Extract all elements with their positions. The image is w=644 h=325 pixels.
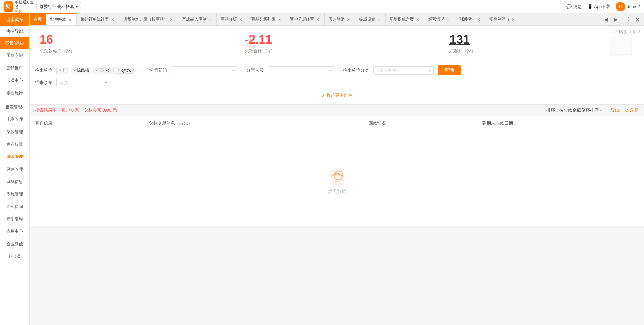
- stat-label-debt: 欠款合计（万）: [245, 48, 275, 54]
- tab-retail-profit[interactable]: 零售利润（ ✕: [485, 13, 520, 26]
- stat-label-total-customers: 总客户（家）: [449, 48, 476, 54]
- sidebar: 搜索菜单 快捷导航 零售管理 ▾ 零售商城 营销推广 会员中心 零售统计 批发管…: [0, 13, 30, 325]
- tag-close-wu[interactable]: ✕: [59, 68, 62, 73]
- tab-close-product-analysis-list[interactable]: ✕: [277, 17, 282, 22]
- sidebar-item-inventory[interactable]: 库存核算: [0, 138, 29, 151]
- tab-close-product-warehouse[interactable]: ✕: [208, 17, 212, 22]
- tab-close-purchase-order-stats[interactable]: ✕: [110, 17, 115, 22]
- tag-close-cj[interactable]: ✕: [117, 68, 120, 73]
- app-download-btn[interactable]: 📱 App下载: [587, 4, 610, 10]
- message-icon: 💬: [566, 4, 572, 9]
- tab-home[interactable]: 首页: [30, 13, 46, 26]
- sidebar-item-marketing[interactable]: 营销推广: [0, 62, 29, 74]
- sidebar-item-purchase[interactable]: 采购管理: [0, 126, 29, 138]
- sidebar-item-member[interactable]: 畅会员: [0, 250, 29, 263]
- sidebar-item-enterprise[interactable]: 企业协同: [0, 201, 29, 213]
- tab-scroll-left[interactable]: ◀: [602, 16, 610, 23]
- stat-card-customers: ¥ 16 总欠款客户（家）: [30, 26, 234, 61]
- tab-scroll-right[interactable]: ▶: [612, 16, 620, 23]
- sidebar-item-basic-info[interactable]: 基础信息: [0, 176, 29, 188]
- tab-maximize[interactable]: ⛶: [622, 16, 631, 23]
- tab-close-new-raise-plan[interactable]: ✕: [415, 17, 420, 22]
- sort-select[interactable]: 排序：按欠款金额倒序排序 ▾: [546, 107, 602, 113]
- org-selector[interactable]: 母婴行业演示帐套 ▾: [36, 2, 81, 11]
- tab-raise-settings[interactable]: 提成设置 ✕: [355, 13, 386, 26]
- filter-row-1: 往来单位 ✕ 伍 ✕ 陈民强 ✕ 王小亮: [35, 65, 639, 75]
- tab-product-warehouse[interactable]: 产成品入库单 ✕: [178, 13, 217, 26]
- tab-close-customer-tier[interactable]: ✕: [315, 17, 320, 22]
- sidebar-divider-1: [0, 100, 29, 100]
- sidebar-item-enterprise-wechat[interactable]: 企业微信: [0, 238, 29, 250]
- col-due-date: 到期未收款日期: [477, 116, 644, 131]
- sidebar-quick-nav[interactable]: 快捷导航: [0, 26, 29, 37]
- dept-filter-label: 分管部门: [149, 67, 167, 73]
- tab-close-retail-profit[interactable]: ✕: [511, 17, 516, 22]
- tab-customer-contact[interactable]: 客户联络 ✕: [325, 13, 355, 26]
- col-repayment: 回款情况: [363, 116, 477, 131]
- message-btn[interactable]: 💬 消息: [566, 4, 582, 10]
- tab-customer-account[interactable]: 客户账本 ✕: [46, 13, 77, 26]
- dept-dots: ···: [228, 68, 232, 73]
- tab-purchase-stats-by-product[interactable]: 进货单统计表（按商品） ✕: [119, 13, 178, 26]
- tag-close-chen[interactable]: ✕: [73, 68, 76, 73]
- filter-row-2: 往来余额 选择... ▾: [35, 78, 639, 87]
- stat-card-total-customers: ⬜ 131 总客户（家） ▷ 视频 ? 帮助: [439, 26, 644, 61]
- tab-close-product-analysis[interactable]: ✕: [238, 17, 243, 22]
- balance-filter-select[interactable]: 选择... ▾: [56, 78, 110, 87]
- tab-close-raise-settings[interactable]: ✕: [377, 17, 381, 22]
- result-amount: 0.00: [103, 108, 111, 113]
- help-btn[interactable]: ? 帮助: [629, 29, 641, 35]
- tab-close-purchase-stats-by-product[interactable]: ✕: [169, 17, 174, 22]
- more-tags-btn[interactable]: ...: [135, 67, 141, 74]
- tab-product-analysis[interactable]: 商品分析 ✕: [217, 13, 247, 26]
- top-bar: 财 畅捷通好生意 标版 母婴行业演示帐套 ▾ 💬 消息 📱 App下载 D de…: [0, 0, 644, 13]
- sidebar-item-member-center[interactable]: 会员中心: [0, 74, 29, 87]
- tab-customer-tier[interactable]: 客户分层经营 ✕: [286, 13, 325, 26]
- export-icon: ↑: [607, 108, 610, 113]
- sidebar-item-capital[interactable]: 资金管理: [0, 151, 29, 163]
- user-area[interactable]: D demo2: [616, 2, 640, 11]
- sidebar-item-batch-manage[interactable]: 批发管理 ▾: [0, 101, 29, 113]
- filter-tag-wang: ✕ 王小亮: [93, 67, 114, 74]
- chevron-down-icon: ▾: [23, 41, 24, 45]
- tab-profit-report[interactable]: 利润报告 ✕: [455, 13, 485, 26]
- tab-more[interactable]: ✕: [634, 16, 641, 23]
- sidebar-item-retail-manage[interactable]: 零售管理 ▾: [0, 37, 29, 49]
- sidebar-item-retail-mall[interactable]: 零售商城: [0, 49, 29, 62]
- sidebar-search[interactable]: 搜索菜单: [0, 13, 29, 26]
- tab-purchase-order-stats[interactable]: 采购订单统计表 ✕: [77, 13, 119, 26]
- export-btn[interactable]: ↑ 导出: [607, 107, 620, 113]
- query-button[interactable]: 查询: [438, 65, 461, 75]
- refresh-btn[interactable]: ↺ 刷新: [625, 107, 639, 113]
- sidebar-item-operation[interactable]: 经营管理: [0, 163, 29, 176]
- sidebar-item-app-center[interactable]: 应用中心: [0, 225, 29, 238]
- search-actions: 排序：按欠款金额倒序排序 ▾ ↑ 导出 ↺ 刷新: [546, 107, 639, 113]
- chevron-down-icon-dept: ▾: [233, 68, 235, 73]
- filter-tag-normal: 普通客户 ✕: [376, 68, 396, 73]
- main-layout: 搜索菜单 快捷导航 零售管理 ▾ 零售商城 营销推广 会员中心 零售统计 批发管…: [0, 13, 644, 325]
- sidebar-item-ecommerce[interactable]: 电商管理: [0, 113, 29, 126]
- stat-value-debt: -2.11: [245, 32, 272, 47]
- sidebar-item-newbie[interactable]: 新手引导: [0, 213, 29, 225]
- category-filter-select[interactable]: 普通客户 ✕ ▾: [373, 66, 434, 75]
- empty-text: 暂无数据: [328, 189, 346, 195]
- tab-close-customer-account[interactable]: ✕: [68, 17, 72, 22]
- svg-point-3: [338, 174, 340, 176]
- tab-new-raise-plan[interactable]: 新增提成方案 ✕: [386, 13, 424, 26]
- logo-text: 畅捷通好生意 标版: [15, 0, 34, 13]
- dept-filter-select[interactable]: ··· ▾: [171, 66, 238, 74]
- tag-close-normal[interactable]: ✕: [393, 68, 396, 73]
- tab-operation-status[interactable]: 经营情况 ✕: [424, 13, 455, 26]
- tab-close-customer-contact[interactable]: ✕: [346, 17, 351, 22]
- sidebar-item-retail-stats[interactable]: 零售统计: [0, 87, 29, 99]
- download-icon: 📱: [587, 4, 593, 9]
- tab-close-operation-status[interactable]: ✕: [446, 17, 450, 22]
- tag-close-wang[interactable]: ✕: [95, 68, 98, 73]
- sidebar-item-system[interactable]: 系统管理: [0, 188, 29, 201]
- collapse-btn[interactable]: ∧ 收起更多条件: [35, 90, 639, 100]
- video-help-btn[interactable]: ▷ 视频: [613, 29, 627, 35]
- tab-product-analysis-list[interactable]: 商品分析列表 ✕: [247, 13, 286, 26]
- person-filter-select[interactable]: ··· ▾: [268, 66, 335, 74]
- empty-state-cell: 暂无数据: [30, 131, 644, 226]
- tab-close-profit-report[interactable]: ✕: [476, 17, 481, 22]
